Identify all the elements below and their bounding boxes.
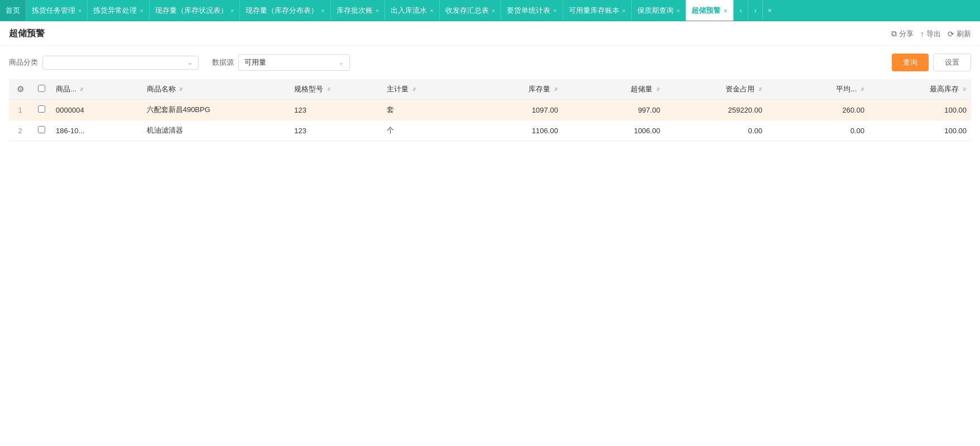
header-actions: ⧉ 分享 ↑ 导出 ⟳ 刷新: [891, 29, 971, 39]
nav-item-home[interactable]: 首页: [0, 0, 26, 21]
refresh-button[interactable]: ⟳ 刷新: [948, 29, 971, 39]
th-max-stock: 最高库存 ⇵: [869, 79, 971, 100]
table-header-row: ⚙ 商品... ⇵ 商品名称 ⇵ 规格型号 ⇵: [9, 79, 971, 100]
nav-item-collect-summary[interactable]: 收发存汇总表 ×: [440, 0, 501, 21]
row-max-stock: 100.00: [869, 100, 971, 120]
close-collect-summary[interactable]: ×: [492, 7, 495, 14]
settings-button[interactable]: 设置: [933, 54, 971, 71]
row-checkbox-cell: [31, 120, 51, 141]
category-dropdown-arrow: ⌄: [188, 59, 193, 66]
row-name: 六配套新昌490BPG: [142, 100, 290, 120]
close-order-stat[interactable]: ×: [553, 7, 556, 14]
datasource-filter-group: 数据源 可用量 ⌄: [212, 54, 350, 71]
th-overstock: 超储量 ⇵: [563, 79, 665, 100]
th-capital: 资金占用 ⇵: [665, 79, 767, 100]
column-settings-icon[interactable]: ⚙: [17, 84, 24, 94]
row-checkbox[interactable]: [38, 126, 45, 133]
row-unit: 套: [382, 100, 460, 120]
close-abnormal[interactable]: ×: [140, 7, 143, 14]
query-button[interactable]: 查询: [892, 54, 929, 71]
select-all-checkbox[interactable]: [38, 85, 45, 92]
close-overstock-warning[interactable]: ×: [723, 7, 727, 14]
close-quality-check[interactable]: ×: [676, 7, 680, 14]
row-overstock: 1006.00: [563, 120, 665, 141]
row-spec: 123: [290, 120, 382, 141]
th-avg: 平均... ⇵: [767, 79, 869, 100]
row-overstock: 997.00: [563, 100, 665, 120]
data-table: ⚙ 商品... ⇵ 商品名称 ⇵ 规格型号 ⇵: [9, 79, 971, 141]
close-inventory-status[interactable]: ×: [230, 7, 234, 14]
category-filter-group: 商品分类 ⌄: [9, 56, 199, 70]
row-stock: 1106.00: [460, 120, 563, 141]
row-capital: 259220.00: [665, 100, 767, 120]
share-icon: ⧉: [891, 29, 897, 38]
page-header: 超储预警 ⧉ 分享 ↑ 导出 ⟳ 刷新: [0, 21, 980, 46]
nav-item-abnormal[interactable]: 拣货异常处理 ×: [88, 0, 149, 21]
sort-code-icon[interactable]: ⇵: [80, 88, 84, 92]
sort-name-icon[interactable]: ⇵: [179, 88, 183, 92]
th-name: 商品名称 ⇵: [142, 79, 290, 100]
close-available-account[interactable]: ×: [622, 7, 626, 14]
row-spec: 123: [290, 100, 382, 120]
row-stock: 1097.00: [460, 100, 563, 120]
row-checkbox[interactable]: [38, 105, 45, 113]
page-title: 超储预警: [9, 28, 45, 40]
row-code: 186-10...: [51, 120, 142, 141]
row-capital: 0.00: [665, 120, 767, 141]
close-batch-account[interactable]: ×: [376, 7, 379, 14]
th-unit: 主计量 ⇵: [382, 79, 460, 100]
nav-item-inventory-status[interactable]: 现存量（库存状况表） ×: [150, 0, 240, 21]
row-num: 2: [9, 120, 31, 141]
row-unit: 个: [382, 120, 460, 141]
share-button[interactable]: ⧉ 分享: [891, 29, 914, 39]
nav-item-in-out-flow[interactable]: 出入库流水 ×: [385, 0, 439, 21]
page-container: 超储预警 ⧉ 分享 ↑ 导出 ⟳ 刷新 商品分类 ⌄ 数据源: [0, 21, 980, 446]
sort-avg-icon[interactable]: ⇵: [861, 88, 864, 92]
datasource-label: 数据源: [212, 57, 234, 67]
category-label: 商品分类: [9, 57, 38, 67]
nav-close-all[interactable]: ×: [762, 0, 777, 21]
sort-spec-icon[interactable]: ⇵: [327, 88, 331, 92]
nav-item-available-account[interactable]: 可用量库存账本 ×: [563, 0, 632, 21]
th-spec: 规格型号 ⇵: [290, 79, 382, 100]
close-inventory-dist[interactable]: ×: [321, 7, 324, 14]
row-checkbox-cell: [31, 100, 51, 120]
close-task-mgmt[interactable]: ×: [78, 7, 81, 14]
row-name: 机油滤清器: [142, 120, 290, 141]
sort-unit-icon[interactable]: ⇵: [412, 88, 416, 92]
datasource-dropdown-arrow: ⌄: [339, 59, 344, 66]
nav-next-arrow[interactable]: ›: [748, 0, 762, 21]
nav-item-order-stat[interactable]: 要货单统计表 ×: [501, 0, 563, 21]
row-avg: 260.00: [767, 100, 869, 120]
table-container: ⚙ 商品... ⇵ 商品名称 ⇵ 规格型号 ⇵: [0, 79, 980, 141]
filter-row: 商品分类 ⌄ 数据源 可用量 ⌄ 查询 设置: [0, 46, 980, 79]
sort-overstock-icon[interactable]: ⇵: [656, 88, 660, 92]
nav-prev-arrow[interactable]: ‹: [733, 0, 748, 21]
top-nav: 首页 拣货任务管理 × 拣货异常处理 × 现存量（库存状况表） × 现存量（库存…: [0, 0, 980, 21]
sort-stock-icon[interactable]: ⇵: [554, 88, 558, 92]
filter-buttons: 查询 设置: [892, 54, 971, 71]
nav-item-task-mgmt[interactable]: 拣货任务管理 ×: [26, 0, 88, 21]
refresh-icon: ⟳: [948, 30, 954, 38]
row-code: 0000004: [51, 100, 142, 120]
row-num: 1: [9, 100, 31, 120]
export-icon: ↑: [920, 30, 924, 38]
nav-item-batch-account[interactable]: 库存批次账 ×: [331, 0, 385, 21]
category-select[interactable]: ⌄: [42, 56, 199, 70]
th-stock: 库存量 ⇵: [460, 79, 563, 100]
nav-item-overstock-warning[interactable]: 超储预警 ×: [686, 0, 733, 21]
th-gear: ⚙: [9, 79, 31, 100]
nav-item-quality-check[interactable]: 保质期查询 ×: [632, 0, 686, 21]
row-avg: 0.00: [767, 120, 869, 141]
datasource-select[interactable]: 可用量 ⌄: [238, 54, 350, 71]
table-row: 1 0000004 六配套新昌490BPG 123 套 1097.00 997.…: [9, 100, 971, 120]
close-in-out-flow[interactable]: ×: [430, 7, 433, 14]
th-code: 商品... ⇵: [51, 79, 142, 100]
sort-capital-icon[interactable]: ⇵: [758, 88, 762, 92]
table-row: 2 186-10... 机油滤清器 123 个 1106.00 1006.00 …: [9, 120, 971, 141]
export-button[interactable]: ↑ 导出: [920, 29, 941, 39]
nav-item-inventory-dist[interactable]: 现存量（库存分布表） ×: [240, 0, 330, 21]
row-max-stock: 100.00: [869, 120, 971, 141]
th-checkbox: [31, 79, 51, 100]
sort-max-stock-icon[interactable]: ⇵: [963, 88, 967, 92]
